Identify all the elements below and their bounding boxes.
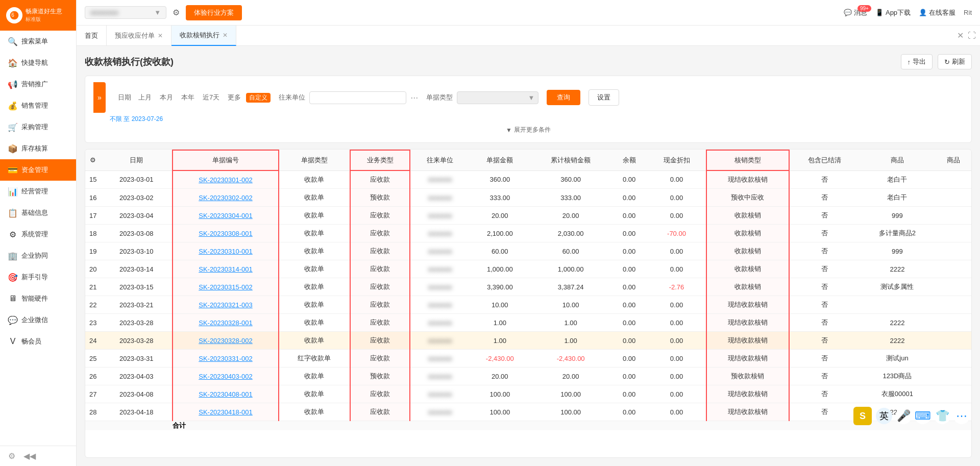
- col-verifyamt-header[interactable]: 累计核销金额: [530, 150, 611, 170]
- date-range-display-row: 不限 至 2023-07-26: [93, 115, 963, 124]
- col-billno-header[interactable]: 单据编号: [173, 150, 279, 170]
- sidebar-item-sales[interactable]: 💰 销售管理: [0, 95, 76, 116]
- date-btn-7days[interactable]: 近7天: [200, 92, 223, 103]
- cell-product2: [935, 207, 971, 225]
- date-btn-last-month[interactable]: 上月: [135, 92, 155, 103]
- sidebar-item-inventory[interactable]: 📦 库存核算: [0, 138, 76, 159]
- sidebar-item-nav[interactable]: 🏠 快捷导航: [0, 52, 76, 73]
- query-button[interactable]: 查询: [547, 90, 580, 105]
- col-balance-header[interactable]: 余额: [611, 150, 647, 170]
- company-selector[interactable]: ●●●●●●● ▼: [85, 6, 166, 19]
- cell-date: 2023-03-10: [101, 242, 173, 260]
- gear-col-icon[interactable]: ⚙: [90, 156, 96, 164]
- bill-no-link[interactable]: SK-20230315-002: [199, 283, 253, 291]
- app-download-btn[interactable]: 📱 App下载: [875, 8, 911, 17]
- gear-icon[interactable]: ⚙: [173, 8, 180, 17]
- date-btn-this-year[interactable]: 本年: [178, 92, 198, 103]
- sidebar-item-basic[interactable]: 📋 基础信息: [0, 202, 76, 224]
- cell-product: 999: [860, 207, 936, 225]
- col-billtype-header[interactable]: 单据类型: [279, 150, 350, 170]
- prepay-tab-close[interactable]: ✕: [158, 32, 163, 39]
- close-all-icon[interactable]: ✕: [957, 31, 964, 40]
- bill-no-link[interactable]: SK-20230403-002: [199, 373, 253, 380]
- verify-tab-close[interactable]: ✕: [223, 32, 228, 39]
- expand-more-btn[interactable]: ▼ 展开更多条件: [93, 124, 963, 136]
- cell-billno: SK-20230315-002: [173, 278, 279, 296]
- tab-home[interactable]: 首页: [77, 26, 107, 46]
- collapse-icon[interactable]: ◀◀: [23, 451, 36, 461]
- table-row: 27 2023-04-08 SK-20230408-001 收款单 应收款 ●●…: [85, 385, 971, 403]
- maximize-icon[interactable]: ⛶: [968, 31, 976, 40]
- industry-btn[interactable]: 体验行业方案: [186, 5, 242, 20]
- sidebar-item-purchase[interactable]: 🛒 采购管理: [0, 116, 76, 138]
- col-verifytype-header[interactable]: 核销类型: [706, 150, 789, 170]
- sidebar-item-wxwork[interactable]: 💬 企业微信: [0, 309, 76, 331]
- refresh-button[interactable]: ↻ 刷新: [938, 54, 972, 69]
- cell-product2: [935, 225, 971, 242]
- date-custom-badge[interactable]: 自定义: [246, 93, 271, 103]
- table-footer-row: 合计: [85, 421, 971, 431]
- bill-no-link[interactable]: SK-20230301-002: [199, 176, 253, 184]
- col-date-header[interactable]: 日期: [101, 150, 173, 170]
- col-amount-header[interactable]: 单据金额: [470, 150, 530, 170]
- sidebar-item-enterprise[interactable]: 🏢 企业协同: [0, 245, 76, 266]
- bill-no-link[interactable]: SK-20230418-001: [199, 408, 253, 416]
- bill-no-link[interactable]: SK-20230321-003: [199, 301, 253, 309]
- cell-billtype: 收款单: [279, 225, 350, 242]
- bill-no-link[interactable]: SK-20230308-001: [199, 230, 253, 237]
- filter-toggle-btn[interactable]: »: [93, 82, 106, 113]
- cell-product2: [935, 350, 971, 367]
- export-button[interactable]: ↑ 导出: [901, 54, 933, 69]
- footer-total-label: 合计: [173, 421, 279, 431]
- cell-seq: 24: [85, 332, 101, 350]
- cell-balance: 0.00: [611, 350, 647, 367]
- filter-bar: » 日期 上月 本月 本年 近7天 更多 自定义 往来单位 ···: [85, 76, 972, 143]
- bill-no-link[interactable]: SK-20230310-001: [199, 248, 253, 255]
- cell-balance: 0.00: [611, 260, 647, 278]
- bill-no-link[interactable]: SK-20230328-002: [199, 337, 253, 345]
- cell-seq: 22: [85, 296, 101, 314]
- tab-verify[interactable]: 收款核销执行 ✕: [172, 26, 236, 46]
- bill-no-link[interactable]: SK-20230328-001: [199, 319, 253, 327]
- sidebar-item-operations[interactable]: 📊 经营管理: [0, 181, 76, 202]
- date-btn-more[interactable]: 更多: [225, 92, 244, 103]
- tab-prepay[interactable]: 预应收应付单 ✕: [107, 26, 172, 46]
- col-biztype-header[interactable]: 业务类型: [350, 150, 410, 170]
- partner-label: 往来单位: [279, 93, 305, 102]
- sidebar-item-guide[interactable]: 🎯 新手引导: [0, 266, 76, 288]
- setting-button[interactable]: 设置: [589, 89, 619, 106]
- bill-no-link[interactable]: SK-20230408-001: [199, 390, 253, 398]
- online-service-btn[interactable]: 👤 在线客服: [919, 8, 955, 17]
- table-row: 18 2023-03-08 SK-20230308-001 收款单 应收款 ●●…: [85, 225, 971, 242]
- col-partner-header[interactable]: 往来单位: [410, 150, 469, 170]
- sidebar-item-search[interactable]: 🔍 搜索菜单: [0, 31, 76, 52]
- date-btn-this-month[interactable]: 本月: [157, 92, 176, 103]
- sidebar-item-system[interactable]: ⚙ 系统管理: [0, 224, 76, 245]
- col-product2-header[interactable]: 商品: [935, 150, 971, 170]
- bill-no-link[interactable]: SK-20230302-002: [199, 194, 253, 202]
- sidebar-item-hardware[interactable]: 🖥 智能硬件: [0, 288, 76, 309]
- cell-balance: 0.00: [611, 367, 647, 385]
- sidebar-item-label: 搜索菜单: [21, 37, 48, 46]
- col-discount-header[interactable]: 现金折扣: [647, 150, 706, 170]
- message-btn[interactable]: 💬 消息 99+: [844, 8, 867, 17]
- settings-bottom-icon[interactable]: ⚙: [8, 451, 15, 461]
- bill-no-link[interactable]: SK-20230331-002: [199, 355, 253, 362]
- sidebar-item-finance[interactable]: 💳 资金管理: [0, 159, 76, 181]
- sidebar-item-marketing[interactable]: 📢 营销推广: [0, 73, 76, 95]
- bill-no-link[interactable]: SK-20230304-001: [199, 212, 253, 219]
- partner-input[interactable]: [309, 91, 406, 104]
- col-product-header[interactable]: 商品: [860, 150, 936, 170]
- cell-billno: SK-20230321-003: [173, 296, 279, 314]
- bill-type-select[interactable]: [457, 91, 538, 104]
- cell-biztype: 预收款: [350, 189, 410, 207]
- guide-icon: 🎯: [8, 273, 17, 282]
- col-settled-header[interactable]: 包含已结清: [789, 150, 860, 170]
- cell-partner: ●●●●●●: [410, 332, 469, 350]
- more-dots[interactable]: ···: [410, 92, 418, 103]
- sidebar-item-member[interactable]: V 畅会员: [0, 331, 76, 352]
- table-scroll[interactable]: ⚙ 日期 单据编号 单据类型 业务类型 往来单位 单据金额 累计核销金额 余额 …: [85, 150, 971, 457]
- cell-seq: 17: [85, 207, 101, 225]
- cell-verifytype: 预收款核销: [706, 367, 789, 385]
- bill-no-link[interactable]: SK-20230314-001: [199, 265, 253, 273]
